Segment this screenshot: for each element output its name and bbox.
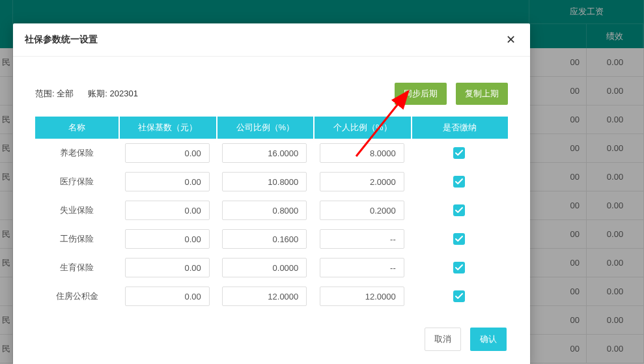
scope-value: 全部 — [57, 89, 74, 98]
corp-ratio-input[interactable] — [222, 201, 307, 220]
close-button[interactable]: ✕ — [503, 33, 518, 47]
th-name: 名称 — [35, 117, 119, 139]
pay-checkbox[interactable] — [453, 176, 465, 188]
period-label: 账期: — [88, 89, 107, 98]
base-input[interactable] — [125, 229, 210, 249]
social-insurance-settings-dialog: 社保参数统一设置 ✕ 范围: 全部 账期: 202301 同步后期 复制上期 — [13, 23, 530, 364]
meta-row: 范围: 全部 账期: 202301 同步后期 复制上期 — [35, 83, 508, 105]
row-name: 生育保险 — [35, 253, 119, 282]
pers-ratio-input[interactable] — [320, 258, 404, 277]
close-icon: ✕ — [506, 33, 516, 46]
pers-ratio-input[interactable] — [320, 287, 404, 306]
modal-footer: 取消 确认 — [35, 328, 508, 351]
th-base: 社保基数（元） — [119, 117, 216, 139]
corp-ratio-input[interactable] — [222, 172, 307, 191]
meta-right: 同步后期 复制上期 — [395, 83, 508, 105]
base-input[interactable] — [125, 172, 210, 191]
pers-ratio-input[interactable] — [320, 229, 404, 249]
meta-left: 范围: 全部 账期: 202301 — [35, 88, 138, 100]
pay-checkbox[interactable] — [453, 204, 465, 216]
row-name: 养老保险 — [35, 139, 119, 167]
confirm-button[interactable]: 确认 — [470, 328, 507, 351]
pers-ratio-input[interactable] — [320, 143, 404, 163]
table-row: 工伤保险 — [35, 225, 508, 253]
base-input[interactable] — [125, 143, 210, 163]
row-name: 医疗保险 — [35, 167, 119, 196]
th-corp: 公司比例（%） — [216, 117, 313, 139]
th-pay: 是否缴纳 — [411, 117, 508, 139]
period-value: 202301 — [110, 89, 138, 98]
base-input[interactable] — [125, 201, 210, 220]
pay-checkbox[interactable] — [453, 290, 465, 302]
corp-ratio-input[interactable] — [222, 258, 307, 277]
corp-ratio-input[interactable] — [222, 143, 307, 163]
base-input[interactable] — [125, 258, 210, 277]
table-row: 养老保险 — [35, 139, 508, 167]
scope-label: 范围: — [35, 89, 55, 98]
table-row: 生育保险 — [35, 253, 508, 282]
pay-checkbox[interactable] — [453, 233, 465, 245]
corp-ratio-input[interactable] — [222, 287, 307, 306]
table-row: 医疗保险 — [35, 167, 508, 196]
insurance-table: 名称 社保基数（元） 公司比例（%） 个人比例（%） 是否缴纳 养老保险医疗保险… — [35, 117, 508, 311]
pers-ratio-input[interactable] — [320, 172, 404, 191]
corp-ratio-input[interactable] — [222, 229, 307, 249]
row-name: 住房公积金 — [35, 282, 119, 311]
copy-prev-button[interactable]: 复制上期 — [456, 83, 508, 105]
cancel-button[interactable]: 取消 — [425, 328, 461, 351]
pay-checkbox[interactable] — [453, 262, 465, 273]
sync-later-button[interactable]: 同步后期 — [395, 83, 447, 105]
table-row: 失业保险 — [35, 196, 508, 225]
pers-ratio-input[interactable] — [320, 201, 404, 220]
base-input[interactable] — [125, 287, 210, 306]
modal-header: 社保参数统一设置 ✕ — [13, 23, 530, 57]
table-row: 住房公积金 — [35, 282, 508, 311]
modal-title: 社保参数统一设置 — [25, 34, 98, 46]
row-name: 失业保险 — [35, 196, 119, 225]
th-pers: 个人比例（%） — [313, 117, 410, 139]
modal-body: 范围: 全部 账期: 202301 同步后期 复制上期 名称 社保基数（元） 公… — [13, 57, 530, 364]
pay-checkbox[interactable] — [453, 147, 465, 159]
row-name: 工伤保险 — [35, 225, 119, 253]
